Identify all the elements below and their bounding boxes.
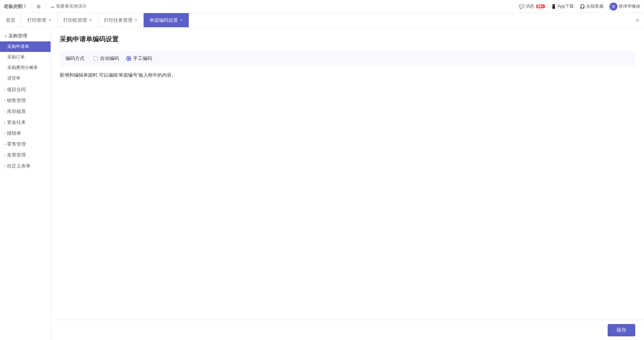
search-area[interactable]: ☁ 我要看实例演示 — [50, 3, 87, 9]
service-icon: 🎧 — [580, 4, 585, 9]
sidebar-item-stock-in-label: 进货单 — [7, 76, 20, 81]
chevron-down-icon: ∨ — [4, 34, 7, 38]
tab-bar: 首页 打印管理 ✕ 打印机管理 ✕ 打印任务管理 ✕ 单据编码设置 ✕ ✕ — [0, 13, 644, 28]
sidebar-group-purchase-label: 采购管理 — [8, 33, 27, 39]
app-icon: 📱 — [551, 4, 556, 9]
tab-home-label: 首页 — [6, 17, 15, 24]
sidebar-item-returns-label: 报销单 — [7, 130, 21, 137]
app-logo: 老板勿割！ — [4, 3, 27, 10]
sidebar: ∨ 采购管理 采购申请单 采购订单 采购费用分摊单 进货单 › 项目合同 › 销… — [0, 28, 51, 340]
sidebar-item-inventory[interactable]: › 库存核算 — [0, 106, 51, 117]
sidebar-item-purchase-request-label: 采购申请单 — [7, 44, 29, 49]
cloud-icon: ☁ — [50, 4, 55, 9]
tab-printer-manage-label: 打印机管理 — [63, 17, 87, 24]
sidebar-item-returns[interactable]: › 报销单 — [0, 128, 51, 139]
message-label: 消息 — [525, 3, 534, 9]
sidebar-item-custom-form-label: 自定义表单 — [7, 163, 31, 169]
divider — [32, 4, 32, 9]
sidebar-item-purchase-order-label: 采购订单 — [7, 54, 25, 60]
sidebar-group-purchase-title[interactable]: ∨ 采购管理 — [0, 31, 51, 41]
sidebar-item-invoice-manage-label: 发票管理 — [7, 152, 26, 158]
sidebar-item-sales-manage-label: 销售管理 — [7, 97, 26, 104]
chevron-right-icon3: › — [4, 110, 5, 114]
chevron-right-icon: › — [4, 88, 5, 92]
tab-print-task-manage-label: 打印任务管理 — [104, 17, 132, 24]
sidebar-item-stock-in[interactable]: 进货单 — [0, 73, 51, 84]
content-body: 采购申请单编码设置 编码方式 自动编码 手工编码 — [51, 28, 644, 320]
sidebar-item-project-contract-label: 项目合同 — [7, 86, 26, 93]
sidebar-item-retail-manage-label: 零售管理 — [7, 141, 26, 147]
tab-print-manage[interactable]: 打印管理 ✕ — [21, 13, 57, 27]
message-badge: 99+ — [536, 4, 545, 8]
hint-text: 新增和编辑单据时,可以编辑'单据编号'输入框中的内容。 — [60, 72, 635, 78]
sidebar-item-custom-form[interactable]: › 自定义表单 — [0, 161, 51, 171]
chevron-right-icon8: › — [4, 164, 5, 168]
sidebar-item-project-contract[interactable]: › 项目合同 — [0, 84, 51, 95]
content-footer: 保存 — [51, 320, 644, 340]
chevron-right-icon4: › — [4, 121, 5, 125]
tab-single-code-set[interactable]: 单据编码设置 ✕ — [144, 13, 189, 27]
encoding-section: 编码方式 自动编码 手工编码 — [60, 51, 635, 66]
sidebar-item-retail-manage[interactable]: › 零售管理 — [0, 139, 51, 150]
save-button[interactable]: 保存 — [608, 324, 635, 336]
app-download-button[interactable]: 📱 App下载 — [551, 3, 574, 9]
sidebar-item-capital[interactable]: › 资金往来 — [0, 117, 51, 128]
sidebar-group-purchase: ∨ 采购管理 采购申请单 采购订单 采购费用分摊单 进货单 — [0, 31, 51, 84]
tab-print-task-manage[interactable]: 打印任务管理 ✕ — [98, 13, 144, 27]
content-area: 采购申请单编码设置 编码方式 自动编码 手工编码 — [51, 28, 644, 340]
main-layout: ∨ 采购管理 采购申请单 采购订单 采购费用分摊单 进货单 › 项目合同 › 销… — [0, 28, 644, 340]
tab-print-manage-label: 打印管理 — [27, 17, 46, 24]
search-text[interactable]: 我要看实例演示 — [56, 3, 87, 9]
username: 徐泽华修改 — [619, 3, 640, 9]
encoding-label: 编码方式 — [65, 55, 84, 62]
auto-code-label: 自动编码 — [100, 55, 119, 62]
user-menu[interactable]: 徐 徐泽华修改 — [609, 3, 640, 11]
sidebar-item-purchase-expense[interactable]: 采购费用分摊单 — [0, 62, 51, 73]
sidebar-item-purchase-expense-label: 采购费用分摊单 — [7, 65, 38, 70]
chevron-right-icon5: › — [4, 131, 5, 135]
top-bar: 老板勿割！ ☁ 我要看实例演示 💬 消息 99+ 📱 App下载 🎧 在线客服 … — [0, 0, 644, 13]
radio-auto-code[interactable]: 自动编码 — [93, 55, 119, 62]
message-icon: 💬 — [519, 4, 524, 9]
manual-code-label: 手工编码 — [133, 55, 152, 62]
sidebar-item-sales-manage[interactable]: › 销售管理 — [0, 95, 51, 106]
divider2 — [45, 4, 46, 9]
app-download-label: App下载 — [557, 3, 574, 9]
tab-single-code-set-label: 单据编码设置 — [149, 17, 178, 24]
message-button[interactable]: 💬 消息 99+ — [519, 3, 545, 9]
radio-manual-code[interactable]: 手工编码 — [126, 55, 152, 62]
tab-printer-manage[interactable]: 打印机管理 ✕ — [57, 13, 98, 27]
radio-auto-circle — [93, 56, 98, 61]
service-label: 在线客服 — [586, 3, 604, 9]
tab-bar-global-close[interactable]: ✕ — [631, 13, 644, 27]
tab-single-code-set-close[interactable]: ✕ — [180, 18, 183, 22]
tab-home[interactable]: 首页 — [0, 13, 21, 27]
tab-print-manage-close[interactable]: ✕ — [48, 18, 51, 22]
radio-group: 自动编码 手工编码 — [93, 55, 152, 62]
service-button[interactable]: 🎧 在线客服 — [580, 3, 604, 9]
settings-icon[interactable] — [36, 4, 41, 9]
tab-print-task-manage-close[interactable]: ✕ — [135, 18, 137, 22]
chevron-right-icon7: › — [4, 153, 5, 157]
sidebar-item-purchase-request[interactable]: 采购申请单 — [0, 41, 51, 52]
chevron-right-icon6: › — [4, 142, 5, 146]
chevron-right-icon2: › — [4, 99, 5, 103]
top-bar-right: 💬 消息 99+ 📱 App下载 🎧 在线客服 徐 徐泽华修改 — [519, 3, 640, 11]
sidebar-item-capital-label: 资金往来 — [7, 119, 26, 126]
page-title: 采购申请单编码设置 — [60, 35, 635, 44]
radio-manual-circle — [126, 56, 131, 61]
sidebar-item-inventory-label: 库存核算 — [7, 108, 26, 115]
tab-printer-manage-close[interactable]: ✕ — [89, 18, 92, 22]
sidebar-item-purchase-order[interactable]: 采购订单 — [0, 52, 51, 62]
sidebar-item-invoice-manage[interactable]: › 发票管理 — [0, 150, 51, 161]
avatar: 徐 — [609, 3, 617, 11]
